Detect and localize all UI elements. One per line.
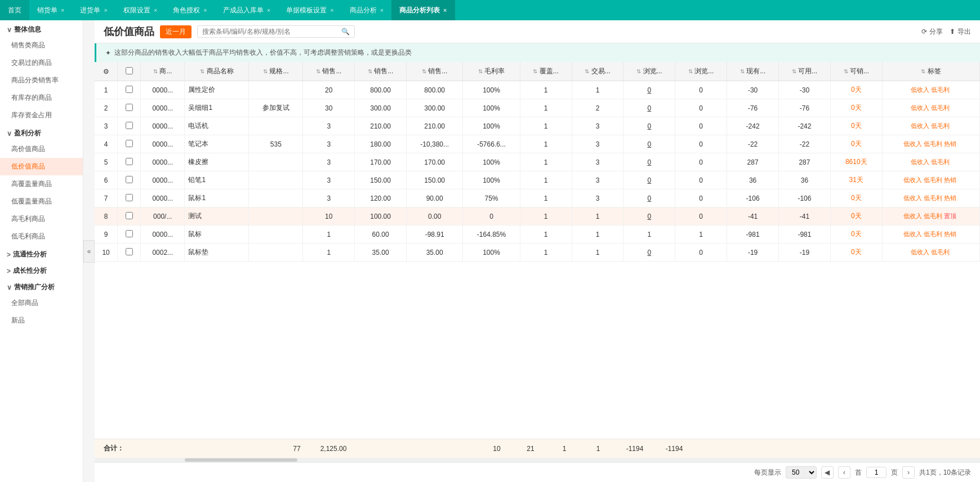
- sidebar-item-低毛利商品[interactable]: 低毛利商品: [0, 228, 83, 245]
- row-checkbox[interactable]: [118, 153, 141, 171]
- row-spec: [249, 189, 303, 207]
- close-icon[interactable]: ×: [154, 7, 157, 14]
- row-select-checkbox[interactable]: [126, 230, 133, 237]
- nav-item-销货单[interactable]: 销货单×: [29, 0, 72, 20]
- filter-button[interactable]: 近一月: [160, 25, 191, 38]
- row-checkbox[interactable]: [118, 99, 141, 117]
- close-icon[interactable]: ×: [267, 7, 270, 14]
- sidebar-group-整体信息[interactable]: ∨整体信息: [0, 20, 83, 37]
- th-browse1[interactable]: ⇅ 浏览...: [623, 62, 675, 81]
- sidebar-collapse-button[interactable]: «: [83, 240, 95, 263]
- sidebar-item-高覆盖量商品[interactable]: 高覆盖量商品: [0, 175, 83, 193]
- th-current[interactable]: ⇅ 现有...: [727, 62, 779, 81]
- row-select-checkbox[interactable]: [126, 176, 133, 183]
- sidebar-group-盈利分析[interactable]: ∨盈利分析: [0, 124, 83, 140]
- th-settings[interactable]: ⚙: [95, 62, 118, 81]
- scrollbar-thumb[interactable]: [185, 458, 297, 462]
- nav-item-角色授权[interactable]: 角色授权×: [165, 0, 215, 20]
- close-icon[interactable]: ×: [443, 7, 447, 14]
- row-browse1[interactable]: 0: [623, 189, 675, 207]
- row-checkbox[interactable]: [118, 189, 141, 207]
- th-code[interactable]: ⇅ 商...: [141, 62, 185, 81]
- th-trade[interactable]: ⇅ 交易...: [572, 62, 623, 81]
- sidebar-item-高毛利商品[interactable]: 高毛利商品: [0, 210, 83, 228]
- row-browse1[interactable]: 0: [623, 171, 675, 189]
- sidebar-group-营销推广分析[interactable]: ∨营销推广分析: [0, 278, 83, 294]
- sidebar-item-高价值商品[interactable]: 高价值商品: [0, 140, 83, 158]
- row-checkbox[interactable]: [118, 244, 141, 262]
- row-select-checkbox[interactable]: [126, 86, 133, 93]
- th-sale2[interactable]: ⇅ 销售...: [355, 62, 407, 81]
- first-page-button[interactable]: ◀: [821, 466, 834, 479]
- per-page-select[interactable]: 50 100 200: [786, 466, 817, 479]
- close-icon[interactable]: ×: [104, 7, 107, 14]
- row-browse1[interactable]: 0: [623, 153, 675, 171]
- row-checkbox[interactable]: [118, 117, 141, 135]
- row-checkbox[interactable]: [118, 225, 141, 244]
- row-select-checkbox[interactable]: [126, 194, 133, 201]
- th-checkbox[interactable]: [118, 62, 141, 81]
- th-sale3[interactable]: ⇅ 销售...: [407, 62, 463, 81]
- row-select-checkbox[interactable]: [126, 104, 133, 111]
- search-icon[interactable]: 🔍: [341, 28, 350, 36]
- row-browse1[interactable]: 0: [623, 207, 675, 225]
- nav-item-权限设置[interactable]: 权限设置×: [115, 0, 165, 20]
- sort-icon: ⇅: [200, 68, 204, 74]
- row-select-checkbox[interactable]: [126, 212, 133, 219]
- row-browse1[interactable]: 0: [623, 117, 675, 135]
- close-icon[interactable]: ×: [61, 7, 64, 14]
- next-page-button[interactable]: ›: [902, 466, 915, 479]
- th-saleable[interactable]: ⇅ 可销...: [830, 62, 882, 81]
- row-browse1[interactable]: 0: [623, 244, 675, 262]
- settings-icon[interactable]: ⚙: [103, 68, 109, 76]
- th-usable[interactable]: ⇅ 可用...: [779, 62, 831, 81]
- th-gross[interactable]: ⇅ 毛利率: [463, 62, 520, 81]
- sidebar-group-流通性分析[interactable]: >流通性分析: [0, 245, 83, 262]
- close-icon[interactable]: ×: [203, 7, 207, 14]
- select-all-checkbox[interactable]: [126, 67, 133, 74]
- nav-item-商品分析[interactable]: 商品分析×: [342, 0, 391, 20]
- th-cover[interactable]: ⇅ 覆盖...: [520, 62, 572, 81]
- sidebar-item-库存资金占用[interactable]: 库存资金占用: [0, 107, 83, 124]
- row-browse1[interactable]: 0: [623, 135, 675, 153]
- row-select-checkbox[interactable]: [126, 122, 133, 129]
- th-spec[interactable]: ⇅ 规格...: [249, 62, 303, 81]
- sidebar-item-低价值商品[interactable]: 低价值商品: [0, 158, 83, 175]
- row-trade: 3: [572, 117, 623, 135]
- row-select-checkbox[interactable]: [126, 140, 133, 147]
- sidebar-item-新品[interactable]: 新品: [0, 312, 83, 329]
- nav-item-首页[interactable]: 首页: [0, 0, 29, 20]
- sidebar-group-成长性分析[interactable]: >成长性分析: [0, 262, 83, 278]
- row-browse1[interactable]: 0: [623, 81, 675, 99]
- row-checkbox[interactable]: [118, 207, 141, 225]
- row-checkbox[interactable]: [118, 81, 141, 99]
- row-select-checkbox[interactable]: [126, 158, 133, 165]
- close-icon[interactable]: ×: [330, 7, 333, 14]
- search-input[interactable]: [202, 28, 341, 36]
- sidebar-item-交易过的商品[interactable]: 交易过的商品: [0, 54, 83, 72]
- row-browse1[interactable]: 0: [623, 99, 675, 117]
- nav-item-单据模板设置[interactable]: 单据模板设置×: [278, 0, 341, 20]
- sidebar-item-全部商品[interactable]: 全部商品: [0, 294, 83, 312]
- sidebar-item-低覆盖量商品[interactable]: 低覆盖量商品: [0, 193, 83, 210]
- close-icon[interactable]: ×: [380, 7, 384, 14]
- prev-page-button[interactable]: ‹: [838, 466, 850, 479]
- row-cover: 1: [520, 207, 572, 225]
- sidebar-item-有库存的商品[interactable]: 有库存的商品: [0, 89, 83, 107]
- nav-item-进货单[interactable]: 进货单×: [72, 0, 115, 20]
- th-name[interactable]: ⇅ 商品名称: [185, 62, 249, 81]
- nav-item-商品分析列表[interactable]: 商品分析列表×: [391, 0, 455, 20]
- export-button[interactable]: ⬆ 导出: [950, 27, 971, 37]
- th-tags[interactable]: ⇅ 标签: [882, 62, 979, 81]
- th-sale1[interactable]: ⇅ 销售...: [303, 62, 355, 81]
- row-select-checkbox[interactable]: [126, 248, 133, 255]
- horizontal-scrollbar[interactable]: [95, 458, 980, 462]
- nav-item-产成品入库单[interactable]: 产成品入库单×: [215, 0, 278, 20]
- share-button[interactable]: ⟳ 分享: [921, 27, 943, 37]
- th-browse2[interactable]: ⇅ 浏览...: [675, 62, 727, 81]
- row-checkbox[interactable]: [118, 135, 141, 153]
- page-input[interactable]: [866, 467, 887, 478]
- sidebar-item-销售类商品[interactable]: 销售类商品: [0, 37, 83, 54]
- row-checkbox[interactable]: [118, 171, 141, 189]
- sidebar-item-商品分类销售率[interactable]: 商品分类销售率: [0, 72, 83, 89]
